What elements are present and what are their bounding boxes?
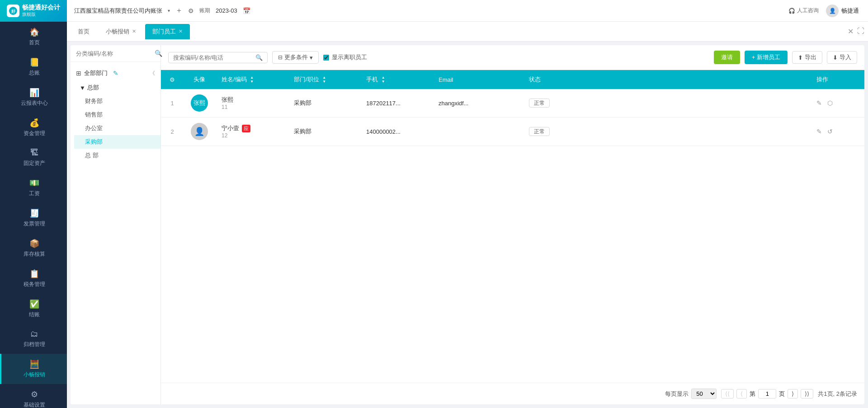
dept-sort-icon[interactable]: ▲ ▼: [322, 76, 326, 84]
invite-button[interactable]: 邀请: [714, 51, 740, 64]
settings-nav-icon: ⚙: [31, 389, 38, 399]
sidebar-item-home[interactable]: 🏠 首页: [0, 22, 67, 52]
calendar-icon[interactable]: 📅: [243, 7, 250, 14]
first-page-button[interactable]: ⟨⟨: [721, 389, 734, 399]
headset-icon: 🎧: [788, 8, 795, 14]
email-cell-2: [432, 117, 523, 146]
import-icon: ⬇: [833, 54, 838, 61]
phone-sort-icon[interactable]: ▲ ▼: [382, 76, 385, 84]
sidebar-item-closing[interactable]: ✅ 结账: [0, 294, 67, 324]
resigned-badge-2: 应: [242, 125, 250, 132]
status-tag-2: 正常: [529, 127, 550, 136]
expense-icon: 🧮: [29, 359, 39, 369]
col-settings-icon[interactable]: ⚙: [170, 76, 175, 83]
add-company-icon[interactable]: ＋: [175, 6, 183, 15]
dept-item-sales[interactable]: 销售部: [74, 108, 160, 122]
page-size-select[interactable]: 50 20 100: [691, 389, 717, 399]
import-button[interactable]: ⬇ 导入: [827, 51, 857, 64]
col-email: Email: [432, 70, 523, 89]
filter-label: 更多条件: [284, 53, 308, 61]
show-resigned-checkbox[interactable]: [323, 55, 329, 61]
edit-icon-2[interactable]: ✎: [816, 128, 822, 135]
last-page-button[interactable]: ⟩⟩: [801, 389, 813, 399]
sidebar-item-invoice[interactable]: 🧾 发票管理: [0, 203, 67, 233]
app-sub: 旗舰版: [22, 11, 60, 18]
dept-item-office[interactable]: 办公室: [74, 122, 160, 135]
tab-home[interactable]: 首页: [71, 24, 97, 39]
avatar: 👤: [826, 5, 839, 17]
name-sort-icon[interactable]: ▲ ▼: [250, 76, 254, 84]
period-value: 2023-03: [216, 7, 237, 14]
add-employee-button[interactable]: + 新增员工: [745, 51, 788, 64]
inventory-icon: 📦: [29, 239, 39, 249]
all-dept-item[interactable]: ⊞ 全部部门 ✎ 《: [71, 66, 160, 81]
dept-item-finance[interactable]: 财务部: [74, 94, 160, 108]
action-cell-2: ✎ ↺: [810, 117, 864, 146]
tab-employees-close-icon[interactable]: ✕: [179, 28, 183, 34]
col-actions: 操作: [810, 70, 864, 89]
page-number-input[interactable]: [758, 389, 776, 399]
employee-name-2: 宁小壹 应: [222, 124, 281, 132]
dept-tree: ⊞ 全部部门 ✎ 《 ▼ 总部 财务部 销售部 办公室 采购部: [71, 62, 160, 404]
page-content: 🔍 ⊞ 全部部门 ✎ 《 ▼ 总部 财务部: [71, 45, 864, 404]
sidebar-item-tax[interactable]: 📋 税务管理: [0, 263, 67, 294]
phone-cell-1: 187202117...: [360, 89, 432, 117]
svg-text:好: 好: [11, 9, 16, 14]
app-name: 畅捷通好会计: [22, 4, 60, 11]
sidebar-item-ledger[interactable]: 📒 总账: [0, 52, 67, 82]
table-row: 2 👤 宁小壹: [161, 117, 864, 146]
dept-collapse-icon[interactable]: 《: [150, 70, 155, 77]
sidebar-item-funds[interactable]: 💰 资金管理: [0, 113, 67, 143]
sidebar-item-assets[interactable]: 🏗 固定资产: [0, 143, 67, 173]
settings-icon[interactable]: ⚙: [188, 7, 194, 14]
phone-cell-2: 140000002...: [360, 117, 432, 146]
service-label: 人工咨询: [797, 7, 819, 14]
logout-icon-1[interactable]: ⬡: [827, 99, 833, 107]
sidebar-item-inventory[interactable]: 📦 库存核算: [0, 233, 67, 263]
tab-employees[interactable]: 部门员工 ✕: [145, 24, 190, 39]
dept-search-input[interactable]: [76, 50, 152, 57]
avatar-cell-2: 👤: [184, 117, 215, 146]
refresh-icon-2[interactable]: ↺: [827, 128, 833, 135]
tab-home-label: 首页: [78, 28, 90, 36]
sidebar-item-settings[interactable]: ⚙ 基础设置: [0, 384, 67, 408]
action-btns-2: ✎ ↺: [816, 128, 858, 135]
email-cell-1: zhangxidf...: [432, 89, 523, 117]
employee-search-icon[interactable]: 🔍: [255, 54, 263, 61]
sidebar-item-archive[interactable]: 🗂 归档管理: [0, 324, 67, 354]
dept-group-label-zongbu[interactable]: ▼ 总部: [74, 81, 160, 94]
employee-search-input[interactable]: [173, 54, 253, 61]
tab-expense[interactable]: 小畅报销 ✕: [99, 24, 143, 39]
dept-item-purchase[interactable]: 采购部: [74, 135, 160, 149]
export-button[interactable]: ⬆ 导出: [792, 51, 822, 64]
user-area[interactable]: 👤 畅捷通: [826, 5, 859, 17]
arrow-icon: ▼: [80, 84, 85, 91]
next-page-button[interactable]: ⟩: [788, 389, 798, 399]
sidebar-item-payroll[interactable]: 💵 工资: [0, 173, 67, 203]
logo-text-area: 畅捷通好会计 旗舰版: [22, 4, 60, 18]
company-dropdown-icon[interactable]: ▾: [168, 8, 170, 13]
sidebar-item-reports[interactable]: 📊 云报表中心: [0, 82, 67, 113]
table-row: 1 张熙 张熙: [161, 89, 864, 117]
tax-icon: 📋: [29, 269, 39, 279]
tab-employees-label: 部门员工: [152, 28, 176, 36]
employee-panel: 🔍 ⊟ 更多条件 ▾ 显示离职员工 邀请 + 新增员工 ⬆: [161, 45, 864, 404]
dept-item-headquarter[interactable]: 总 部: [74, 149, 160, 162]
status-cell-1: 正常: [523, 89, 810, 117]
page-label: 页: [779, 390, 785, 398]
show-resigned-area: 显示离职员工: [323, 53, 367, 61]
home-icon: 🏠: [29, 27, 39, 37]
sidebar-item-expense[interactable]: 🧮 小畅报销: [0, 354, 67, 384]
filter-button[interactable]: ⊟ 更多条件 ▾: [272, 51, 319, 64]
service-button[interactable]: 🎧 人工咨询: [788, 7, 819, 14]
sidebar-label-expense: 小畅报销: [24, 371, 45, 379]
edit-icon-1[interactable]: ✎: [816, 99, 822, 107]
tab-expand-btn[interactable]: ⛶: [857, 27, 864, 36]
sidebar-label-reports: 云报表中心: [21, 99, 48, 107]
tab-close-btn[interactable]: ✕: [848, 27, 854, 36]
dept-edit-icon[interactable]: ✎: [113, 70, 118, 77]
action-cell-1: ✎ ⬡: [810, 89, 864, 117]
payroll-icon: 💵: [29, 178, 39, 188]
prev-page-button[interactable]: ⟨: [736, 389, 747, 399]
tab-expense-close-icon[interactable]: ✕: [132, 28, 136, 34]
